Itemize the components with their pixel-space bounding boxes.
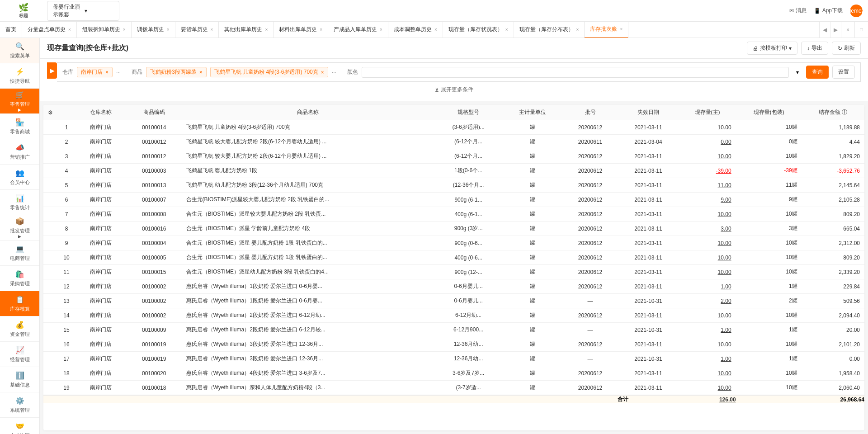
message-btn[interactable]: ✉ 消息: [789, 7, 807, 14]
row-stock-pkg: 1罐: [736, 279, 802, 294]
row-stock-main[interactable]: 10.00: [679, 337, 736, 352]
row-product-code: 00100019: [127, 352, 182, 366]
table-row: 2 南岸门店 00100012 飞鹤星飞帆 较大婴儿配方奶粉 2段(6-12个月…: [43, 135, 864, 149]
row-stock-main[interactable]: 1.00: [679, 279, 736, 294]
template-print-btn[interactable]: 🖨 按模板打印 ▾: [747, 42, 797, 55]
expand-more-btn[interactable]: ⊻ 展开更多条件: [47, 84, 861, 95]
product-filter-tag-1[interactable]: 飞鹤奶粉3段两罐装 ×: [146, 67, 207, 77]
row-stock-main[interactable]: 10.00: [679, 120, 736, 135]
tab-close-other-out[interactable]: ×: [265, 27, 268, 32]
row-index: 5: [57, 178, 75, 193]
tab-close-stock-dist[interactable]: ×: [576, 27, 579, 32]
sidebar-item-ecommerce[interactable]: 💻 电商管理: [0, 241, 39, 266]
sidebar-item-finance[interactable]: 💰 资金管理: [0, 316, 39, 342]
tab-close-material-out[interactable]: ×: [320, 27, 322, 32]
tab-stock-status[interactable]: 现存量（库存状况表） ×: [443, 22, 514, 38]
tab-close-all-btn[interactable]: ×: [841, 22, 854, 38]
sidebar-item-retail-mall[interactable]: 🏪 零售商城: [0, 114, 39, 139]
tab-close-cost-adjust[interactable]: ×: [434, 27, 437, 32]
tab-material-out[interactable]: 材料出库单历史 ×: [274, 22, 328, 38]
sidebar-item-cooperation[interactable]: 🤝 企业协同: [0, 418, 39, 434]
tab-close-require[interactable]: ×: [211, 27, 213, 32]
tab-cost-adjust[interactable]: 成本调整单历史 ×: [388, 22, 443, 38]
tab-require[interactable]: 要货单历史 ×: [175, 22, 219, 38]
row-balance: 1,958.40: [802, 366, 864, 381]
sidebar-item-system[interactable]: ⚙️ 系统管理: [0, 392, 39, 418]
product-tag-2-close[interactable]: ×: [321, 69, 324, 75]
row-stock-main[interactable]: 10.00: [679, 308, 736, 323]
sidebar-item-wholesale[interactable]: 📦 批发管理 ▶: [0, 215, 39, 241]
row-stock-main[interactable]: 10.00: [679, 250, 736, 265]
tab-disassemble[interactable]: 组装拆卸单历史 ×: [77, 22, 132, 38]
color-dropdown-arrow[interactable]: ▾: [796, 69, 799, 75]
row-stock-main[interactable]: 1.00: [679, 352, 736, 366]
tab-close-disassemble[interactable]: ×: [123, 27, 126, 32]
sidebar-item-inventory[interactable]: 📋 库存核算: [0, 291, 39, 316]
tab-home[interactable]: 首页: [0, 22, 22, 38]
app-download-btn[interactable]: 📱 App下载: [814, 7, 843, 14]
warehouse-filter-tag[interactable]: 南岸门店 ×: [77, 67, 113, 77]
sidebar-item-basic[interactable]: ℹ️ 基础信息: [0, 367, 39, 392]
row-stock-pkg: 1罐: [736, 323, 802, 337]
warehouse-ellipsis[interactable]: ···: [116, 69, 121, 75]
sidebar-item-operation[interactable]: 📈 经营管理: [0, 342, 39, 367]
row-stock-main[interactable]: 9.00: [679, 193, 736, 207]
product-ellipsis[interactable]: ···: [332, 69, 336, 75]
row-stock-main[interactable]: 10.00: [679, 207, 736, 222]
filter-expand-toggle[interactable]: ▶: [47, 62, 57, 79]
col-settings[interactable]: ⚙: [43, 105, 57, 120]
sidebar-item-search[interactable]: 🔍 搜索英单: [0, 38, 39, 63]
row-expiry: 2021-03-11: [618, 149, 679, 164]
warehouse-tag-close[interactable]: ×: [105, 69, 108, 75]
row-balance: 809.20: [802, 250, 864, 265]
tab-close-batch-voucher[interactable]: ×: [620, 27, 623, 32]
query-btn[interactable]: 查询: [806, 66, 829, 79]
tab-close-split[interactable]: ×: [68, 27, 71, 32]
tab-other-out[interactable]: 其他出库单历史 ×: [219, 22, 274, 38]
row-stock-main[interactable]: 1.00: [679, 323, 736, 337]
sidebar-item-member[interactable]: 👥 会员中心: [0, 165, 39, 190]
row-stock-main[interactable]: 10.00: [679, 381, 736, 396]
ecommerce-icon: 💻: [15, 245, 24, 253]
footer-stock-total[interactable]: 126.00: [679, 395, 736, 403]
row-unit: 罐: [503, 366, 563, 381]
refresh-btn[interactable]: ↻ 刷新: [832, 42, 861, 55]
tab-batch-voucher[interactable]: 库存批次账 ×: [585, 22, 628, 38]
tab-close-adjust[interactable]: ×: [167, 27, 170, 32]
row-stock-main[interactable]: 0.00: [679, 135, 736, 149]
product-filter-tag-2[interactable]: 飞鹤星飞帆 儿童奶粉 4段(3-6岁适用) 700克 ×: [210, 67, 328, 77]
row-stock-main[interactable]: 10.00: [679, 149, 736, 164]
row-stock-main[interactable]: -39.00: [679, 164, 736, 178]
row-stock-main[interactable]: 10.00: [679, 366, 736, 381]
row-product-name: 合生元（BIOSTIME）派星较大婴儿配方奶粉 2段 乳铁蛋...: [182, 207, 434, 222]
tab-next-arrow[interactable]: ▶: [830, 22, 841, 38]
export-btn[interactable]: ↓ 导出: [801, 42, 828, 55]
table-row: 9 南岸门店 00100004 合生元（BIOSTIME）派星 婴儿配方奶粉 1…: [43, 236, 864, 250]
row-stock-main[interactable]: 10.00: [679, 236, 736, 250]
row-stock-main[interactable]: 10.00: [679, 265, 736, 279]
org-selector[interactable]: 母婴行业演示账套 ▾: [47, 1, 119, 21]
product-tag-1-close[interactable]: ×: [199, 69, 203, 75]
row-stock-main[interactable]: 11.00: [679, 178, 736, 193]
sidebar-item-retail-stats[interactable]: 📊 零售统计: [0, 190, 39, 215]
sidebar-item-retail[interactable]: 🛒 零售管理 ▶: [0, 89, 39, 114]
row-index: 13: [57, 294, 75, 308]
tab-adjust[interactable]: 调拨单历史 ×: [132, 22, 175, 38]
avatar[interactable]: demo2: [850, 5, 863, 17]
tab-stock-dist[interactable]: 现存量（库存分布表） ×: [514, 22, 585, 38]
settings-btn[interactable]: 设置: [832, 66, 855, 79]
row-product-code: 00100002: [127, 308, 182, 323]
sidebar-item-shortcut[interactable]: ⚡ 快捷导航: [0, 63, 39, 89]
sidebar-item-purchase[interactable]: 🛍️ 采购管理: [0, 266, 39, 291]
tab-close-stock-status[interactable]: ×: [505, 27, 508, 32]
table-row: 14 南岸门店 00100002 惠氏启睿（Wyeth illuma）2段奶粉 …: [43, 308, 864, 323]
sidebar-item-marketing[interactable]: 📣 营销推广: [0, 139, 39, 165]
tab-maximize-btn[interactable]: □: [854, 22, 868, 38]
tab-close-product-in[interactable]: ×: [380, 27, 382, 32]
tab-split-count[interactable]: 分量盘点单历史 ×: [22, 22, 77, 38]
row-stock-main[interactable]: 3.00: [679, 222, 736, 236]
row-stock-main[interactable]: 2.00: [679, 294, 736, 308]
tab-prev-arrow[interactable]: ◀: [819, 22, 830, 38]
row-settings: [43, 381, 57, 396]
tab-product-in[interactable]: 产成品入库单历史 ×: [328, 22, 388, 38]
